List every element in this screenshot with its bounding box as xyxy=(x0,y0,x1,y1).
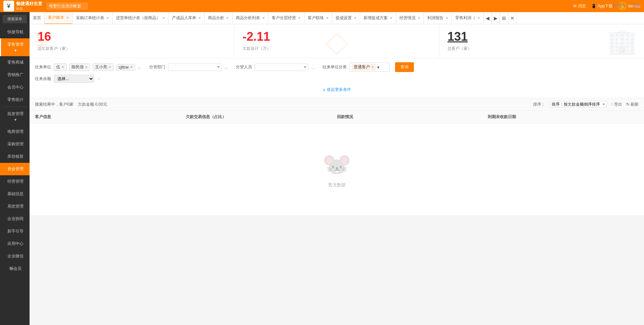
tab-home[interactable]: 首页 xyxy=(30,12,45,24)
sidebar-item-enterprise-wechat[interactable]: 企业微信 xyxy=(0,250,30,262)
message-btn[interactable]: ✉ 消息 xyxy=(573,3,586,9)
debt-text: 欠款金额 0.00元 xyxy=(78,102,107,107)
tab-bar: 首页 客户账本 ✕ 采购订单统计表 ✕ 进货单统计表（按商品） ✕ 产成品入库单… xyxy=(30,12,644,24)
stat-value-customers: 16 xyxy=(38,30,51,44)
dept-more-btn[interactable]: ... xyxy=(224,65,228,70)
tab-retail-profit[interactable]: 零售利润（ ✕ xyxy=(452,12,484,24)
filter-tag-wu: 伍 ✕ xyxy=(54,63,67,71)
tab-purchase-stats[interactable]: 进货单统计表（按商品） ✕ xyxy=(113,12,169,24)
tab-goods-analysis[interactable]: 商品分析 ✕ xyxy=(205,12,232,24)
tab-nav-prev[interactable]: ◀ xyxy=(484,12,492,24)
close-tab-purchase-stats[interactable]: ✕ xyxy=(162,16,165,20)
sidebar-item-retail-stats[interactable]: 零售统计 xyxy=(0,94,30,106)
tab-profit-report[interactable]: 利润报告 ✕ xyxy=(424,12,452,24)
result-text: 搜索结果中，客户0家 xyxy=(35,102,74,107)
close-tab-promotion-settings[interactable]: ✕ xyxy=(354,16,356,20)
sidebar-item-guide[interactable]: 新手引导 xyxy=(0,225,30,238)
close-tab-product-stock[interactable]: ✕ xyxy=(198,16,201,20)
remove-tag-chen[interactable]: ✕ xyxy=(85,65,88,69)
export-btn[interactable]: ↑ 导出 xyxy=(611,102,622,107)
close-tab-profit-report[interactable]: ✕ xyxy=(445,16,448,20)
filter-tag-cjttcw: cjttcw ✕ xyxy=(116,64,135,71)
query-button[interactable]: 查询 xyxy=(395,62,414,72)
logo-area: ¥ 畅捷通好生意 标版 xyxy=(3,1,42,11)
account-selector[interactable]: 母婴行业演示帐套 xyxy=(46,2,88,10)
unit-class-select[interactable]: 普通客户 ✕ ▾ xyxy=(349,63,390,72)
sidebar-item-member[interactable]: 会员中心 xyxy=(0,81,30,94)
tab-add-promotion[interactable]: 新增提成方案 ✕ xyxy=(360,12,396,24)
search-menu-btn[interactable]: 搜索菜单 xyxy=(3,15,27,23)
logo-sub: 标版 xyxy=(16,6,42,11)
message-icon: ✉ xyxy=(573,4,576,8)
person-select[interactable] xyxy=(255,64,308,71)
tab-customer-balance[interactable]: 客户账本 ✕ xyxy=(45,12,73,24)
tab-product-stock[interactable]: 产成品入库单 ✕ xyxy=(169,12,205,24)
sidebar-item-finance[interactable]: 资金管理 xyxy=(0,163,30,175)
result-bar-right: 排序： 排序：按欠款金额倒序排序 ↑ 导出 ↻ 刷新 xyxy=(533,101,639,108)
tab-close-all-btn[interactable]: ✕ xyxy=(508,12,517,24)
tab-expand-btn[interactable]: ⊞ xyxy=(500,12,508,24)
close-tab-purchase-order[interactable]: ✕ xyxy=(106,16,109,20)
sidebar-item-retail-mall[interactable]: 零售商城 xyxy=(0,56,30,69)
close-tab-add-promotion[interactable]: ✕ xyxy=(390,16,392,20)
sidebar-item-wholesale[interactable]: 批发管理 ▾ xyxy=(0,108,30,125)
empty-icon: 🐭 xyxy=(322,150,351,178)
collapse-btn[interactable]: ∧ 收起更多条件 xyxy=(35,87,639,93)
sidebar-item-purchase[interactable]: 采购管理 xyxy=(0,138,30,150)
sidebar-quick-nav[interactable]: 快捷导航 xyxy=(0,26,30,38)
unit-class-label: 往来单位分类 xyxy=(323,64,347,70)
stat-card-total-customers: 🏢 131 总客户（家） xyxy=(439,24,644,58)
person-more-btn[interactable]: ... xyxy=(311,65,314,70)
dept-select[interactable] xyxy=(168,64,222,71)
app-download-btn[interactable]: 📱 App下载 xyxy=(591,3,613,9)
sort-label: 排序： xyxy=(533,102,545,107)
close-tab-customer-segment[interactable]: ✕ xyxy=(298,16,301,20)
remove-tag-wu[interactable]: ✕ xyxy=(61,65,64,69)
close-tab-customer-balance[interactable]: ✕ xyxy=(66,16,69,20)
logo-text: 畅捷通好生意 xyxy=(16,1,42,6)
app-icon: 📱 xyxy=(591,4,596,8)
export-icon: ↑ xyxy=(611,102,613,107)
sidebar-item-inventory[interactable]: 库存核算 xyxy=(0,150,30,163)
close-tab-goods-analysis[interactable]: ✕ xyxy=(226,16,229,20)
sidebar-item-operations-mgmt[interactable]: 经营管理 xyxy=(0,175,30,188)
tab-goods-analysis-list[interactable]: 商品分析列表 ✕ xyxy=(232,12,268,24)
close-tab-customer-contact[interactable]: ✕ xyxy=(326,16,329,20)
balance-filter-label: 往来余额 xyxy=(35,76,51,82)
sort-select[interactable]: 排序：按欠款金额倒序排序 xyxy=(549,101,607,108)
sidebar-item-system[interactable]: 系统管理 xyxy=(0,200,30,213)
result-bar: 搜索结果中，客户0家 欠款金额 0.00元 排序： 排序：按欠款金额倒序排序 ↑… xyxy=(30,98,644,111)
tab-customer-segment[interactable]: 客户分层经营 ✕ xyxy=(268,12,304,24)
close-tab-operations[interactable]: ✕ xyxy=(418,16,420,20)
close-tab-goods-analysis-list[interactable]: ✕ xyxy=(262,16,265,20)
stat-icon-building: 🏢 xyxy=(607,27,637,56)
balance-select[interactable]: 选择... xyxy=(54,75,94,83)
header-repay: 回款情况 xyxy=(337,114,488,120)
sidebar-item-ecommerce[interactable]: 电商管理 xyxy=(0,125,30,138)
sidebar-item-enterprise[interactable]: 企业协同 xyxy=(0,213,30,225)
unit-filter-label: 往来单位 xyxy=(35,64,51,70)
filter-more-units[interactable]: ... xyxy=(138,65,141,70)
close-tab-retail-profit[interactable]: ✕ xyxy=(477,16,480,20)
table-header: 客户信息 欠款交易信息（占比） 回款情况 到期未收款日期 xyxy=(30,111,644,123)
sidebar-item-retail[interactable]: 零售管理 ▾ xyxy=(0,38,30,56)
table-container: 客户信息 欠款交易信息（占比） 回款情况 到期未收款日期 🐭 暂无数据 xyxy=(30,111,644,215)
remove-unit-class-tag[interactable]: ✕ xyxy=(371,65,374,69)
tab-nav-next[interactable]: ▶ xyxy=(492,12,500,24)
refresh-btn[interactable]: ↻ 刷新 xyxy=(626,102,639,107)
stat-value-total: 131 xyxy=(447,30,468,44)
filter-area: 往来单位 伍 ✕ 陈民强 ✕ 王小亮 ✕ xyxy=(30,58,644,98)
filter-row-2: 往来余额 选择... ▾ xyxy=(35,75,639,83)
sidebar-item-member2[interactable]: 畅会员 xyxy=(0,262,30,275)
sidebar-item-app-center[interactable]: 应用中心 xyxy=(0,238,30,250)
sidebar-item-basic-info[interactable]: 基础信息 xyxy=(0,188,30,200)
remove-tag-cjttcw[interactable]: ✕ xyxy=(130,65,133,69)
tab-operations[interactable]: 经营情况 ✕ xyxy=(396,12,424,24)
tab-promotion-settings[interactable]: 提成设置 ✕ xyxy=(332,12,360,24)
tab-customer-contact[interactable]: 客户联络 ✕ xyxy=(304,12,332,24)
remove-tag-wang[interactable]: ✕ xyxy=(109,65,111,69)
header-date: 到期未收款日期 xyxy=(488,114,639,120)
stat-card-debt: ◇ -2.11 欠款合计（万） xyxy=(234,24,439,58)
tab-purchase-order[interactable]: 采购订单统计表 ✕ xyxy=(73,12,113,24)
sidebar-item-marketing[interactable]: 营销推广 xyxy=(0,69,30,81)
